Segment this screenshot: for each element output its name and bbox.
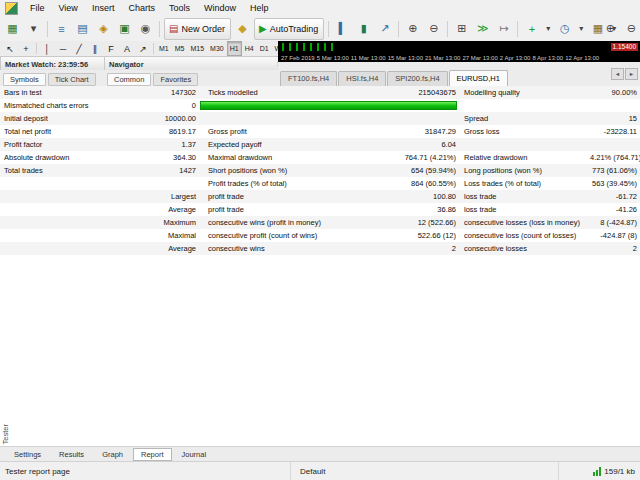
menu-help[interactable]: Help xyxy=(243,1,276,15)
menu-charts[interactable]: Charts xyxy=(121,1,162,15)
menu-tools[interactable]: Tools xyxy=(162,1,197,15)
auto-scroll-icon[interactable]: ≫ xyxy=(472,18,493,40)
menu-file[interactable]: File xyxy=(23,1,52,15)
magnifier-plus-icon[interactable]: ⊕ xyxy=(600,18,621,40)
chart-profiles-icon[interactable]: ▾ xyxy=(23,18,44,40)
report-cell: 147302 xyxy=(140,86,198,99)
report-cell: consecutive losses (loss in money) xyxy=(458,216,590,229)
periods-icon[interactable]: ◷ xyxy=(554,18,575,40)
status-profile[interactable]: Default xyxy=(290,462,558,480)
report-row: Largestprofit trade100.80loss trade-61.7… xyxy=(0,190,640,203)
market-watch-tab-tick-chart[interactable]: Tick Chart xyxy=(48,73,96,86)
menu-items: FileViewInsertChartsToolsWindowHelp xyxy=(23,1,275,15)
text-icon[interactable]: A xyxy=(119,41,135,56)
report-cell: consecutive wins (profit in money) xyxy=(198,216,346,229)
fibonacci-icon[interactable]: F xyxy=(103,41,119,56)
strategy-tester-icon[interactable]: ◉ xyxy=(135,18,156,40)
zoom-out-icon[interactable]: ⊖ xyxy=(423,18,444,40)
chart-strip[interactable]: 1.15400 27 Feb 20195 Mar 13:0011 Mar 13:… xyxy=(278,41,640,62)
tester-tabs: SettingsResultsGraphReportJournal xyxy=(0,446,640,462)
trendline-icon[interactable]: ╱ xyxy=(71,41,87,56)
timeframe-d1[interactable]: D1 xyxy=(257,41,272,56)
data-window-icon[interactable]: ▤ xyxy=(72,18,93,40)
report-cell: Profit trades (% of total) xyxy=(198,177,346,190)
statusbar: Tester report page Default 159/1 kb xyxy=(0,461,640,480)
tester-tab-journal[interactable]: Journal xyxy=(174,448,215,461)
chart-tab-spi200-fs-h4[interactable]: SPI200.fs,H4 xyxy=(387,71,447,86)
indicators-icon[interactable]: + xyxy=(521,18,542,40)
tester-tab-graph[interactable]: Graph xyxy=(94,448,131,461)
chart-tab-hsi-fs-h4[interactable]: HSI.fs,H4 xyxy=(338,71,386,86)
navigator-tab-favorites[interactable]: Favorites xyxy=(153,73,198,86)
report-row: Mismatched charts errors0 xyxy=(0,99,640,112)
report-cell: Gross profit xyxy=(198,125,346,138)
navigator-tab-common[interactable]: Common xyxy=(107,73,151,86)
timeframe-m1[interactable]: M1 xyxy=(156,41,172,56)
report-cell: 15 xyxy=(590,112,640,125)
report-row: Absolute drawdown364.30Maximal drawdown7… xyxy=(0,151,640,164)
bar-chart-icon[interactable]: ▍ xyxy=(332,18,353,40)
new-chart-icon[interactable]: ▦ xyxy=(2,18,23,40)
report-cell: Bars in test xyxy=(0,86,140,99)
chart-candles xyxy=(282,43,337,51)
report-cell: Profit factor xyxy=(0,138,140,151)
menu-window[interactable]: Window xyxy=(197,1,243,15)
vertical-line-icon[interactable]: │ xyxy=(39,41,55,56)
tester-tab-report[interactable]: Report xyxy=(133,448,172,461)
menubar: FileViewInsertChartsToolsWindowHelp xyxy=(0,0,640,17)
new-order-icon: ▤ xyxy=(169,23,178,34)
periods-arrow-icon[interactable]: ▾ xyxy=(575,18,587,40)
timeframe-m5[interactable]: M5 xyxy=(172,41,188,56)
time-axis-label: 27 Feb 2019 xyxy=(281,55,315,61)
navigator-icon[interactable]: ◈ xyxy=(93,18,114,40)
new-order-button[interactable]: ▤New Order xyxy=(164,18,231,40)
terminal-icon[interactable]: ▣ xyxy=(114,18,135,40)
chart-tab-eurusd-h1[interactable]: EURUSD,H1 xyxy=(449,70,508,86)
menu-insert[interactable]: Insert xyxy=(85,1,122,15)
toolbar-right-group: ⊕⊖ xyxy=(600,16,640,41)
toolbar-separator xyxy=(517,21,518,37)
timeframe-m30[interactable]: M30 xyxy=(207,41,227,56)
tester-panel-vertical-label[interactable]: Tester xyxy=(1,424,10,444)
report-cell: Relative drawdown xyxy=(458,151,590,164)
report-cell: profit trade xyxy=(198,190,346,203)
report-cell xyxy=(590,138,640,151)
report-cell: profit trade xyxy=(198,203,346,216)
magnifier-minus-icon[interactable]: ⊖ xyxy=(621,18,640,40)
metaeditor-icon[interactable]: ◆ xyxy=(232,18,253,40)
market-watch-icon[interactable]: ≡ xyxy=(51,18,72,40)
tab-scroll-right-icon[interactable]: ► xyxy=(625,68,638,80)
app-icon xyxy=(5,2,18,15)
report-cell: 10000.00 xyxy=(140,112,198,125)
zoom-in-icon[interactable]: ⊕ xyxy=(402,18,423,40)
toolbar-separator xyxy=(47,21,48,37)
line-chart-icon[interactable]: ↗ xyxy=(374,18,395,40)
timeframe-h4[interactable]: H4 xyxy=(242,41,257,56)
timeframe-m15[interactable]: M15 xyxy=(187,41,207,56)
tester-tab-results[interactable]: Results xyxy=(51,448,92,461)
crosshair-icon[interactable]: + xyxy=(18,41,34,56)
indicators-arrow-icon[interactable]: ▾ xyxy=(542,18,554,40)
channel-icon[interactable]: ∥ xyxy=(87,41,103,56)
tab-scroll-left-icon[interactable]: ◄ xyxy=(611,68,624,80)
tester-tab-settings[interactable]: Settings xyxy=(6,448,49,461)
report-cell: loss trade xyxy=(458,190,590,203)
report-row: Maximalconsecutive profit (count of wins… xyxy=(0,229,640,242)
autotrading-button[interactable]: ▶AutoTrading xyxy=(254,18,324,40)
tile-windows-icon[interactable]: ⊞ xyxy=(451,18,472,40)
timeframe-h1[interactable]: H1 xyxy=(227,41,242,56)
arrow-marker-icon[interactable]: ↗ xyxy=(135,41,151,56)
candlestick-icon[interactable]: ▮ xyxy=(353,18,374,40)
report-cell: Average xyxy=(140,203,198,216)
market-watch-tab-symbols[interactable]: Symbols xyxy=(3,73,46,86)
report-cell: 364.30 xyxy=(140,151,198,164)
horizontal-line-icon[interactable]: ─ xyxy=(55,41,71,56)
report-row: Total trades1427Short positions (won %)6… xyxy=(0,164,640,177)
cursor-icon[interactable]: ↖ xyxy=(2,41,18,56)
menu-view[interactable]: View xyxy=(52,1,85,15)
toolbar-separator xyxy=(398,21,399,37)
chart-shift-icon[interactable]: ↦ xyxy=(493,18,514,40)
chart-tab-ft100-fs-h4[interactable]: FT100.fs,H4 xyxy=(280,71,337,86)
report-cell: Short positions (won %) xyxy=(198,164,346,177)
new-order-button-label: New Order xyxy=(181,24,225,34)
